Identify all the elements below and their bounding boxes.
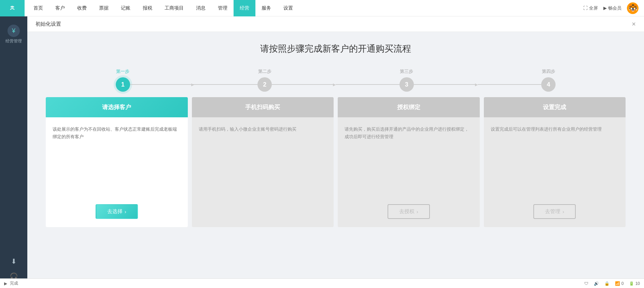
user-avatar[interactable]: 🐯	[627, 2, 639, 14]
step-1: 第一步 1 ▶	[52, 68, 194, 92]
go-manage-label: 去管理	[545, 208, 560, 215]
sound-icon: 🔊	[594, 281, 599, 286]
close-button[interactable]: ×	[632, 21, 636, 27]
card-3-header: 授权绑定	[338, 97, 480, 117]
wifi-label: 📶 0	[615, 281, 624, 286]
card-3-body: 请先购买，购买后选择开通的产品中的企业用户进行授权绑定，成功后即可进行经营管理	[338, 117, 480, 200]
page-header: 初始化设置 ×	[27, 16, 644, 32]
nav-account[interactable]: 记账	[115, 0, 137, 16]
shield-icon: 🛡	[584, 281, 588, 286]
step-1-circle: 1	[116, 77, 130, 92]
nav-settings[interactable]: 设置	[277, 0, 299, 16]
nav-business[interactable]: 工商项目	[158, 0, 190, 16]
go-select-button[interactable]: 去选择 ›	[96, 204, 138, 219]
nav-items: 首页 客户 收费 票据 记账 报税 工商项目 消息 管理 经营 服务 设置	[27, 0, 583, 16]
download-icon[interactable]: ⬇	[8, 255, 20, 267]
sidebar: ¥ 经营管理 ⬇ 🎧	[0, 16, 27, 288]
sidebar-item-operation[interactable]: ¥ 经营管理	[0, 21, 27, 48]
fullscreen-btn[interactable]: ⛶ 全屏	[583, 5, 598, 11]
step-2: 第二步 2 ▶	[194, 68, 336, 92]
card-3-footer: 去授权 ›	[338, 200, 480, 227]
card-2-footer	[192, 215, 334, 227]
go-authorize-arrow: ›	[417, 209, 418, 214]
card-4-body: 设置完成后可以在管理列表进行所有企业用户的经营管理	[484, 117, 626, 200]
go-manage-button[interactable]: 去管理 ›	[533, 204, 576, 219]
fullscreen-label: 全屏	[589, 5, 598, 11]
card-1-footer: 去选择 ›	[46, 200, 188, 227]
card-2: 手机扫码购买 请用手机扫码，输入小微企业主账号密码进行购买	[192, 97, 334, 227]
status-bar: ▶ 完成 🛡 🔊 🔒 📶 0 🔋 10	[0, 278, 644, 288]
cards-row: 请选择客户 该处展示的客户为不在回收站、客户状态正常建账后完成老板端绑定的所有客…	[44, 97, 628, 227]
step-1-label: 第一步	[116, 68, 129, 75]
setup-main-title: 请按照步骤完成新客户的开通购买流程	[44, 43, 628, 55]
go-authorize-button[interactable]: 去授权 ›	[388, 204, 430, 219]
nav-fee[interactable]: 收费	[71, 0, 93, 16]
app-logo	[0, 0, 25, 16]
step-4-label: 第四步	[542, 68, 555, 75]
nav-operation[interactable]: 经营	[234, 0, 255, 16]
lock-icon: 🔒	[604, 281, 610, 286]
go-select-arrow: ›	[125, 209, 126, 214]
yuan-icon: ¥	[8, 25, 20, 37]
steps-row: 第一步 1 ▶ 第二步 2 ▶	[44, 68, 628, 92]
nav-manage[interactable]: 管理	[212, 0, 234, 16]
battery-label: 🔋 10	[629, 281, 640, 286]
sidebar-label: 经营管理	[5, 38, 22, 44]
go-authorize-label: 去授权	[399, 208, 415, 215]
step-3-circle: 3	[400, 77, 414, 92]
card-2-body: 请用手机扫码，输入小微企业主账号密码进行购买	[192, 117, 334, 215]
step-3: 第三步 3 ▶	[336, 68, 478, 92]
status-left: ▶ 完成	[4, 280, 18, 286]
card-1-header: 请选择客户	[46, 97, 188, 117]
card-1: 请选择客户 该处展示的客户为不在回收站、客户状态正常建账后完成老板端绑定的所有客…	[46, 97, 188, 227]
card-3: 授权绑定 请先购买，购买后选择开通的产品中的企业用户进行授权绑定，成功后即可进行…	[338, 97, 480, 227]
play-icon[interactable]: ▶	[4, 281, 7, 286]
top-nav: 首页 客户 收费 票据 记账 报税 工商项目 消息 管理 经营 服务 设置 ⛶ …	[0, 0, 644, 16]
step-2-circle: 2	[257, 77, 272, 92]
card-4-header: 设置完成	[484, 97, 626, 117]
nav-message[interactable]: 消息	[190, 0, 212, 16]
status-text: 完成	[10, 280, 18, 286]
setup-page: 请按照步骤完成新客户的开通购买流程 第一步 1 ▶ 第二步	[27, 32, 644, 238]
step-2-label: 第二步	[258, 68, 271, 75]
nav-service[interactable]: 服务	[255, 0, 277, 16]
nav-right: ⛶ 全屏 ▶ 畅会员 🐯	[583, 2, 639, 14]
card-2-header: 手机扫码购买	[192, 97, 334, 117]
nav-bill[interactable]: 票据	[93, 0, 115, 16]
video-icon: ▶	[603, 5, 607, 11]
fullscreen-icon: ⛶	[583, 5, 588, 11]
status-right: 🛡 🔊 🔒 📶 0 🔋 10	[584, 281, 640, 286]
card-1-body: 该处展示的客户为不在回收站、客户状态正常建账后完成老板端绑定的所有客户	[46, 117, 188, 200]
step-3-label: 第三步	[400, 68, 413, 75]
nav-customer[interactable]: 客户	[49, 0, 71, 16]
nav-home[interactable]: 首页	[27, 0, 49, 16]
member-label: 畅会员	[608, 5, 621, 11]
main-content: 初始化设置 × 请按照步骤完成新客户的开通购买流程 第一步 1 ▶	[27, 16, 644, 288]
nav-tax[interactable]: 报税	[137, 0, 158, 16]
member-btn[interactable]: ▶ 畅会员	[603, 5, 621, 11]
card-4: 设置完成 设置完成后可以在管理列表进行所有企业用户的经营管理 去管理 ›	[484, 97, 626, 227]
go-manage-arrow: ›	[562, 209, 564, 214]
go-select-label: 去选择	[107, 208, 123, 215]
card-4-footer: 去管理 ›	[484, 200, 626, 227]
step-4: 第四步 4	[478, 68, 620, 92]
step-4-circle: 4	[541, 77, 556, 92]
page-title: 初始化设置	[36, 21, 61, 27]
